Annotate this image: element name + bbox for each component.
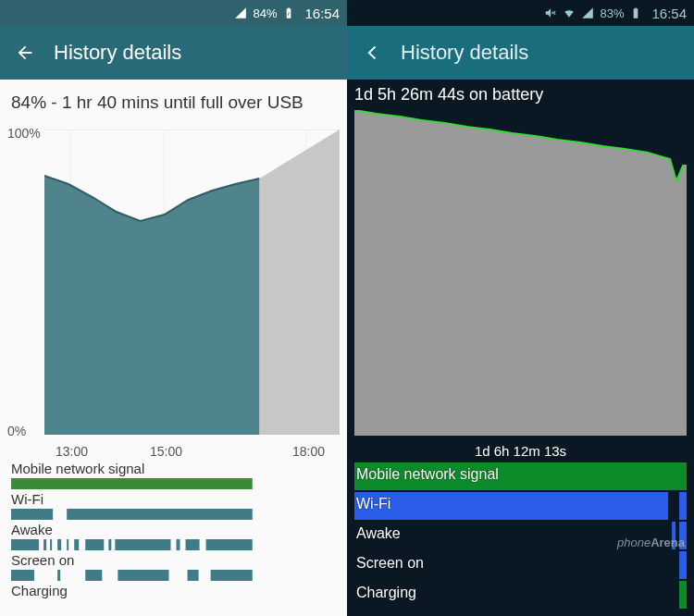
svg-rect-41 (679, 492, 687, 520)
svg-rect-10 (11, 539, 39, 550)
bar-screen-on: Screen on (354, 551, 687, 579)
bar-label: Mobile network signal (356, 466, 499, 483)
svg-rect-9 (67, 509, 253, 520)
page-title: History details (54, 41, 181, 65)
battery-icon (629, 6, 642, 19)
svg-rect-8 (11, 509, 53, 520)
status-time: 16:54 (651, 6, 687, 21)
bar-mobile-signal: Mobile network signal (354, 462, 687, 490)
svg-rect-24 (85, 570, 102, 581)
svg-rect-15 (74, 539, 79, 550)
bar-label: Awake (356, 525, 401, 542)
bar-label: Wi-Fi (11, 491, 336, 507)
svg-rect-23 (57, 570, 60, 581)
svg-rect-16 (85, 539, 104, 550)
chart-svg-left (44, 129, 340, 435)
status-bar-left: 84% 16:54 (0, 0, 347, 26)
bar-label: Awake (11, 522, 336, 537)
x-label-1: 15:00 (150, 444, 182, 459)
svg-rect-18 (115, 539, 170, 550)
svg-rect-27 (211, 570, 253, 581)
bar-label: Screen on (356, 555, 424, 572)
svg-rect-14 (67, 539, 68, 550)
bar-label: Screen on (11, 552, 336, 568)
svg-rect-21 (206, 539, 253, 550)
svg-rect-7 (11, 478, 253, 489)
svg-rect-46 (679, 551, 687, 579)
svg-rect-11 (43, 539, 46, 550)
app-bar-left: History details (0, 26, 347, 80)
battery-pct: 83% (600, 6, 624, 20)
bar-wifi: Wi-Fi (11, 491, 336, 520)
chart-svg-right (354, 110, 687, 436)
x-label-2: 18:00 (292, 444, 325, 459)
svg-rect-26 (188, 570, 199, 581)
elapsed-time: 1d 6h 12m 13s (354, 443, 687, 459)
bar-label: Charging (356, 585, 416, 601)
left-phone: 84% 16:54 History details 84% - 1 hr 40 … (0, 0, 347, 616)
activity-bars-right: 1d 6h 12m 13s Mobile network signal Wi-F… (347, 439, 694, 609)
battery-charging-icon (282, 6, 295, 19)
status-time: 16:54 (304, 6, 340, 21)
svg-marker-6 (44, 176, 259, 435)
y-label-0: 0% (7, 424, 26, 438)
svg-rect-48 (679, 581, 687, 609)
bar-awake: Awake (11, 522, 336, 550)
svg-rect-22 (11, 570, 34, 581)
svg-rect-19 (177, 539, 180, 550)
svg-rect-25 (118, 570, 168, 581)
bar-charging: Charging (354, 581, 687, 609)
wifi-icon (563, 6, 576, 19)
battery-chart-left[interactable]: 100% 0% 13:00 (0, 122, 347, 461)
svg-rect-17 (108, 539, 111, 550)
signal-icon (234, 6, 247, 19)
svg-marker-5 (259, 129, 340, 435)
svg-rect-40 (354, 492, 668, 520)
signal-icon (581, 6, 594, 19)
app-bar-right: History details (347, 26, 694, 80)
svg-marker-37 (354, 110, 687, 436)
back-icon[interactable] (362, 43, 382, 63)
bar-label: Charging (11, 583, 336, 598)
svg-rect-13 (57, 539, 61, 550)
activity-bars-left: Mobile network signal Wi-Fi Awake (0, 461, 347, 606)
svg-rect-20 (186, 539, 200, 550)
battery-pct: 84% (253, 6, 277, 20)
bar-label: Mobile network signal (11, 461, 336, 476)
mute-icon (544, 6, 557, 19)
svg-rect-12 (50, 539, 52, 550)
battery-summary: 1d 5h 26m 44s on battery (347, 80, 694, 106)
watermark: phoneArena (617, 536, 685, 549)
x-label-0: 13:00 (56, 444, 88, 459)
bar-charging: Charging (11, 583, 336, 598)
battery-summary: 84% - 1 hr 40 mins until full over USB (0, 80, 347, 122)
y-label-100: 100% (7, 126, 41, 141)
status-bar-right: 83% 16:54 (347, 0, 694, 26)
bar-wifi: Wi-Fi (354, 492, 687, 520)
bar-mobile-signal: Mobile network signal (11, 461, 336, 489)
bar-label: Wi-Fi (356, 496, 390, 512)
page-title: History details (401, 41, 528, 65)
bar-screen-on: Screen on (11, 552, 336, 581)
back-icon[interactable] (15, 43, 35, 63)
battery-chart-right[interactable] (347, 106, 694, 439)
right-phone: 83% 16:54 History details 1d 5h 26m 44s … (347, 0, 694, 616)
